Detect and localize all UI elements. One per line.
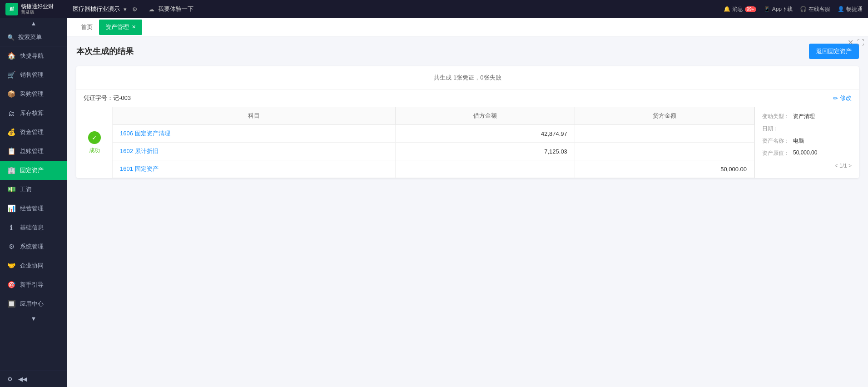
app-download-label: App下载	[772, 5, 793, 13]
date-label: 日期：	[762, 125, 779, 133]
headset-icon: 🎧	[800, 6, 807, 12]
sidebar-scroll-down[interactable]: ▼	[0, 313, 67, 324]
table-row: 1601 固定资产50,000.00	[113, 160, 754, 178]
content-area: 首页 资产管理 ✕ ✕ ⛶ 本次生成的结果 返回固定资产 共生成 1张凭证，0张…	[67, 18, 868, 387]
table-cell-subject: 1601 固定资产	[113, 160, 395, 178]
system-icon: ⚙	[7, 243, 15, 251]
sidebar-item-purchase-label: 采购管理	[20, 90, 44, 98]
main-layout: ▲ 🔍 搜索菜单 🏠 快捷导航 🛒 销售管理 📦 采购管理 🗂 库存核算 💰 资…	[0, 18, 868, 387]
pagination-prev-icon[interactable]: <	[835, 163, 838, 169]
change-type-row: 变动类型： 资产清理	[762, 113, 852, 120]
app-logo: 财 畅捷通好业财 普及版	[5, 3, 73, 15]
table-cell-credit: 50,000.00	[575, 160, 754, 178]
sidebar-item-nav-label: 快捷导航	[20, 52, 44, 60]
date-row: 日期：	[762, 125, 852, 133]
logo-sub: 普及版	[21, 10, 54, 15]
notifications-badge: 99+	[745, 6, 756, 12]
tab-bar: 首页 资产管理 ✕	[67, 18, 868, 36]
online-service-btn[interactable]: 🎧 在线客服	[800, 5, 830, 13]
sidebar-item-inventory[interactable]: 🗂 库存核算	[0, 104, 67, 123]
panel-expand-btn[interactable]: ⛶	[857, 39, 864, 47]
voucher-body: ✓ 成功 科目 借方金额 贷方金额	[76, 107, 859, 178]
sidebar-item-enterprise[interactable]: 🤝 企业协同	[0, 256, 67, 275]
sidebar-item-funds[interactable]: 💰 资金管理	[0, 123, 67, 142]
sidebar-collapse-btn[interactable]: ◀◀	[18, 376, 27, 382]
table-cell-debit	[395, 160, 575, 178]
success-checkmark-icon: ✓	[88, 131, 101, 144]
inventory-icon: 🗂	[7, 109, 15, 117]
table-row: 1602 累计折旧7,125.03	[113, 143, 754, 160]
user-name: 畅捷通	[846, 5, 863, 13]
success-cell: ✓ 成功	[76, 107, 113, 178]
edit-icon: ✏	[833, 95, 838, 102]
trial-cloud-icon: ☁	[149, 6, 154, 13]
data-table-container: 科目 借方金额 贷方金额 1606 固定资产清理42,874.971602 累计…	[113, 107, 754, 178]
change-type-value: 资产清理	[793, 113, 815, 120]
result-summary: 共生成 1张凭证，0张失败	[76, 66, 859, 89]
ledger-icon: 📋	[7, 147, 15, 155]
sidebar-item-payroll-label: 工资	[20, 185, 32, 194]
sidebar-item-app-center-label: 应用中心	[20, 300, 44, 308]
table-row: 1606 固定资产清理42,874.97	[113, 125, 754, 143]
pagination-text: 1/1	[839, 163, 848, 169]
data-table: 科目 借方金额 贷方金额 1606 固定资产清理42,874.971602 累计…	[113, 107, 754, 178]
asset-name-label: 资产名称：	[762, 137, 789, 145]
sidebar-item-payroll[interactable]: 💵 工资	[0, 180, 67, 199]
guide-icon: 🎯	[7, 281, 15, 289]
side-pagination[interactable]: < 1/1 >	[762, 163, 852, 169]
sidebar-item-inventory-label: 库存核算	[20, 109, 44, 117]
fixed-assets-icon: 🏢	[7, 166, 15, 174]
edit-btn[interactable]: ✏ 修改	[833, 94, 852, 102]
panel-close-btn[interactable]: ✕	[848, 38, 853, 47]
logo-icon: 财	[5, 3, 18, 15]
side-info-panel: 变动类型： 资产清理 日期： 资产名称： 电脑 资产原值：	[754, 107, 859, 178]
dropdown-arrow-icon[interactable]: ▾	[124, 6, 127, 13]
sidebar-item-ledger[interactable]: 📋 总账管理	[0, 142, 67, 161]
sidebar-bottom: ⚙ ◀◀	[0, 371, 67, 387]
sidebar-item-operations-label: 经营管理	[20, 204, 44, 213]
sidebar-item-search[interactable]: 🔍 搜索菜单	[0, 29, 67, 46]
logo-main: 畅捷通好业财	[21, 3, 54, 10]
trial-btn[interactable]: 我要体验一下	[158, 5, 193, 13]
sidebar-item-sales-label: 销售管理	[20, 71, 44, 79]
sidebar-settings-btn[interactable]: ⚙	[7, 376, 13, 382]
notifications-label: 消息	[732, 5, 743, 13]
home-icon: 🏠	[7, 52, 15, 60]
sidebar-scroll-up[interactable]: ▲	[0, 18, 67, 29]
sidebar-item-fixed-assets[interactable]: 🏢 固定资产	[0, 161, 67, 180]
tab-home[interactable]: 首页	[74, 20, 99, 35]
sidebar-item-guide[interactable]: 🎯 新手引导	[0, 275, 67, 294]
tab-asset-mgmt[interactable]: 资产管理 ✕	[99, 20, 142, 35]
sidebar-item-purchase[interactable]: 📦 采购管理	[0, 84, 67, 104]
col-header-debit: 借方金额	[395, 107, 575, 125]
table-with-status: ✓ 成功 科目 借方金额 贷方金额	[76, 107, 754, 178]
notifications-btn[interactable]: 🔔 消息 99+	[724, 5, 756, 13]
company-name[interactable]: 医疗器械行业演示	[73, 5, 120, 13]
asset-value-value: 50,000.00	[793, 149, 817, 157]
sidebar-item-ledger-label: 总账管理	[20, 147, 44, 155]
sidebar-item-sales[interactable]: 🛒 销售管理	[0, 65, 67, 84]
tab-close-btn[interactable]: ✕	[132, 24, 136, 30]
header-right: 🔔 消息 99+ 📱 App下载 🎧 在线客服 👤 畅捷通	[724, 5, 863, 13]
asset-value-row: 资产原值： 50,000.00	[762, 149, 852, 157]
sidebar-item-operations[interactable]: 📊 经营管理	[0, 199, 67, 218]
app-download-btn[interactable]: 📱 App下载	[764, 5, 793, 13]
enterprise-icon: 🤝	[7, 262, 15, 270]
result-panel: 共生成 1张凭证，0张失败 凭证字号：记-003 ✏ 修改	[76, 66, 859, 178]
sidebar-item-system[interactable]: ⚙ 系统管理	[0, 237, 67, 256]
success-label: 成功	[89, 147, 100, 154]
tab-home-label: 首页	[81, 24, 93, 30]
user-btn[interactable]: 👤 畅捷通	[838, 5, 863, 13]
user-icon: 👤	[838, 6, 844, 12]
search-icon: 🔍	[7, 34, 15, 41]
table-cell-subject: 1602 累计折旧	[113, 143, 395, 160]
result-summary-text: 共生成 1张凭证，0张失败	[434, 74, 501, 81]
sidebar-item-app-center[interactable]: 🔲 应用中心	[0, 294, 67, 313]
table-cell-debit: 42,874.97	[395, 125, 575, 143]
pagination-next-icon[interactable]: >	[848, 163, 852, 169]
settings-icon[interactable]: ⚙	[132, 6, 138, 13]
sidebar-item-basic-info[interactable]: ℹ 基础信息	[0, 218, 67, 237]
sidebar-item-nav[interactable]: 🏠 快捷导航	[0, 46, 67, 65]
asset-value-label: 资产原值：	[762, 149, 789, 157]
sidebar-search-label: 搜索菜单	[18, 33, 42, 41]
